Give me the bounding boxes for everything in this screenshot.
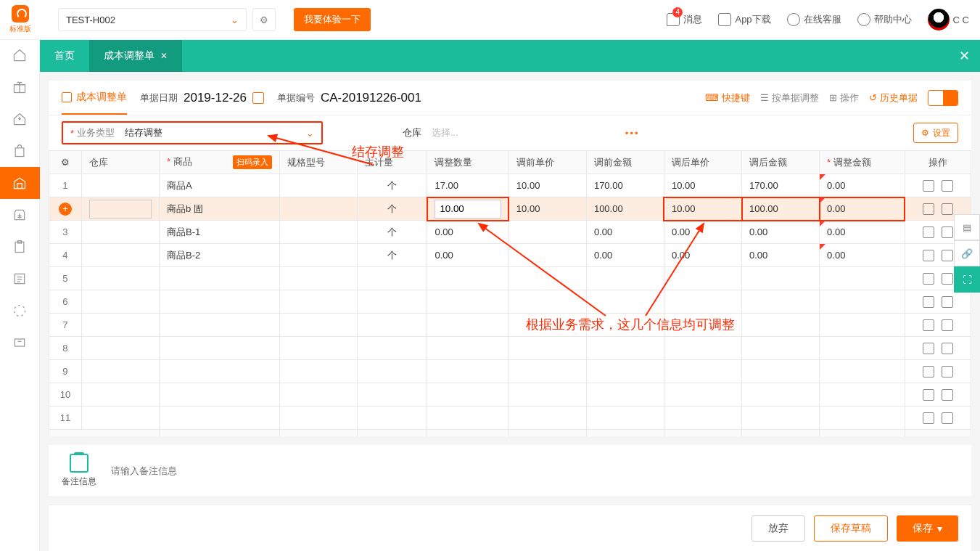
delete-icon[interactable] <box>923 343 934 354</box>
table-row[interactable]: 4商品B-2个0.000.000.000.000.00 <box>49 244 971 267</box>
sidebar-bag-icon[interactable] <box>12 143 28 159</box>
sidebar-out-icon[interactable] <box>12 111 28 127</box>
table-row[interactable]: 1商品A个17.0010.00170.0010.00170.000.00 <box>49 174 971 197</box>
delete-icon[interactable] <box>923 250 934 261</box>
app-download-button[interactable]: App下载 <box>718 13 770 26</box>
discard-button[interactable]: 放弃 <box>752 515 805 542</box>
copy-icon[interactable] <box>942 180 953 192</box>
copy-icon[interactable] <box>942 250 953 261</box>
view-list-icon[interactable] <box>928 91 943 105</box>
save-button[interactable]: 保存▾ <box>897 515 958 542</box>
tab-home[interactable]: 首页 <box>40 40 89 72</box>
copy-icon[interactable] <box>942 412 953 424</box>
app-header: 标准版 TEST-H002 ⌄ ⚙ 我要体验一下 4 消息 App下载 在线客服 <box>0 0 980 40</box>
copy-icon[interactable] <box>942 389 953 401</box>
note-tool-icon[interactable]: ▤ <box>954 214 980 240</box>
close-all-tabs[interactable]: ✕ <box>948 40 980 72</box>
chevron-down-icon: ⌄ <box>306 128 314 139</box>
copy-icon[interactable] <box>942 203 953 215</box>
remarks-input[interactable] <box>111 459 958 482</box>
col-ops[interactable]: 操作 <box>905 151 971 174</box>
settings-button[interactable]: ⚙ 设置 <box>913 123 958 143</box>
trial-button[interactable]: 我要体验一下 <box>294 8 371 31</box>
view-card-icon[interactable] <box>943 91 958 105</box>
message-badge: 4 <box>672 7 683 17</box>
delete-icon[interactable] <box>923 296 934 308</box>
doc-title-tab[interactable]: 成本调整单 <box>62 81 127 115</box>
sidebar-home-icon[interactable] <box>12 47 28 63</box>
col-warehouse[interactable]: 仓库 <box>81 151 159 174</box>
table-row[interactable]: 6 <box>49 290 971 314</box>
col-gear[interactable]: ⚙ <box>49 151 82 174</box>
delete-icon[interactable] <box>923 366 934 377</box>
save-draft-button[interactable]: 保存草稿 <box>814 515 888 542</box>
delete-icon[interactable] <box>923 226 934 238</box>
sidebar-gift-icon[interactable] <box>12 79 28 95</box>
grid-icon: ⊞ <box>829 92 837 103</box>
table-row[interactable]: +商品b 固个10.00100.0010.00100.000.00 <box>49 197 971 221</box>
sidebar-list-icon[interactable] <box>12 271 28 287</box>
copy-icon[interactable] <box>942 226 953 238</box>
delete-icon[interactable] <box>923 319 934 331</box>
expand-tool-icon[interactable]: ⛶ <box>954 266 980 293</box>
col-pre-amt[interactable]: 调前金额 <box>586 151 664 174</box>
table-row[interactable]: 9 <box>49 360 971 383</box>
copy-icon[interactable] <box>942 296 953 308</box>
delete-icon[interactable] <box>923 203 934 215</box>
table-row[interactable]: 3商品B-1个0.000.000.000.000.00 <box>49 221 971 244</box>
ops-button[interactable]: ⊞操作 <box>829 91 859 105</box>
col-post-price[interactable]: 调后单价 <box>664 151 741 174</box>
business-type-select[interactable]: * 业务类型 结存调整 ⌄ <box>62 121 323 144</box>
qty-input[interactable] <box>435 200 501 219</box>
close-icon[interactable]: ✕ <box>160 51 168 61</box>
col-uom[interactable]: 主计量 <box>358 151 427 174</box>
history-icon: ↺ <box>869 92 877 103</box>
user-menu[interactable]: C C <box>928 9 969 30</box>
copy-icon[interactable] <box>942 273 953 285</box>
link-tool-icon[interactable]: 🔗 <box>954 240 980 266</box>
copy-icon[interactable] <box>942 366 953 377</box>
col-adj-amt[interactable]: 调整金额 <box>820 151 905 174</box>
add-row-icon[interactable]: + <box>59 203 72 216</box>
customer-service-button[interactable]: 在线客服 <box>787 13 841 26</box>
delete-icon[interactable] <box>923 412 934 424</box>
more-icon[interactable]: ••• <box>625 128 640 139</box>
note-icon <box>70 454 88 473</box>
copy-icon[interactable] <box>942 343 953 354</box>
sidebar-warehouse-icon[interactable] <box>0 167 40 199</box>
table-row[interactable]: 11 <box>49 407 971 430</box>
settings-button[interactable]: ⚙ <box>252 8 276 31</box>
sidebar-new-icon[interactable] <box>12 335 28 351</box>
tenant-select[interactable]: TEST-H002 ⌄ <box>58 8 247 31</box>
table-row[interactable]: 8 <box>49 337 971 360</box>
sidebar-money-icon[interactable] <box>12 207 28 223</box>
delete-icon[interactable] <box>923 389 934 401</box>
table-row[interactable]: 7 <box>49 314 971 337</box>
col-qty[interactable]: 调整数量 <box>427 151 508 174</box>
doc-date[interactable]: 单据日期 2019-12-26 <box>140 91 264 105</box>
sidebar-cycle-icon[interactable] <box>12 303 28 319</box>
history-button[interactable]: ↺历史单据 <box>869 91 918 105</box>
delete-icon[interactable] <box>923 273 934 285</box>
view-toggle[interactable] <box>928 90 958 106</box>
logo[interactable]: 标准版 <box>0 5 40 34</box>
remarks-section: 备注信息 <box>49 445 971 496</box>
col-pre-price[interactable]: 调前单价 <box>508 151 586 174</box>
filter-row: * 业务类型 结存调整 ⌄ 仓库 选择... ••• ⚙ 设置 <box>49 115 971 150</box>
by-doc-button[interactable]: ☰按单据调整 <box>760 91 819 105</box>
scan-tag[interactable]: 扫码录入 <box>233 155 272 169</box>
sidebar-clipboard-icon[interactable] <box>12 239 28 255</box>
delete-icon[interactable] <box>923 180 934 192</box>
table-row[interactable]: 10 <box>49 383 971 407</box>
messages-button[interactable]: 4 消息 <box>667 13 702 26</box>
col-spec[interactable]: 规格型号 <box>280 151 358 174</box>
table-row[interactable]: 5 <box>49 267 971 290</box>
col-product[interactable]: 商品扫码录入 <box>160 151 280 174</box>
warehouse-select[interactable]: 仓库 选择... <box>403 126 458 139</box>
doc-icon <box>62 92 72 102</box>
help-center-button[interactable]: 帮助中心 <box>857 13 912 26</box>
tab-cost-adjust[interactable]: 成本调整单 ✕ <box>89 40 182 72</box>
shortcut-button[interactable]: ⌨快捷键 <box>705 91 750 105</box>
col-post-amt[interactable]: 调后金额 <box>742 151 820 174</box>
copy-icon[interactable] <box>942 319 953 331</box>
